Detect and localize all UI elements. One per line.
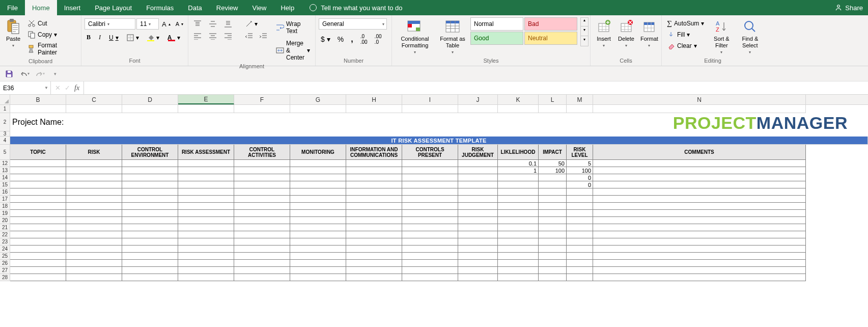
cell[interactable] [234,260,290,267]
row-header[interactable]: 18 [0,203,10,210]
cell[interactable]: 100 [567,167,593,174]
cell[interactable] [402,224,458,231]
cell[interactable] [567,131,593,137]
cell[interactable] [539,246,567,253]
cell[interactable] [593,160,806,167]
col-header-G[interactable]: G [290,95,346,104]
cell[interactable]: 0 [567,181,593,188]
cell[interactable] [593,196,806,203]
cell[interactable] [10,131,66,137]
cell[interactable] [234,210,290,217]
decrease-decimal-button[interactable]: .00.0 [373,33,384,46]
conditional-formatting-button[interactable]: Conditional Formatting▾ [395,17,435,57]
comma-button[interactable]: , [349,34,355,45]
format-painter-button[interactable]: Format Painter [25,41,78,57]
cell[interactable] [346,210,402,217]
cell[interactable] [122,160,178,167]
cell[interactable] [122,167,178,174]
cell[interactable] [346,274,402,281]
cell[interactable] [567,105,593,113]
cell[interactable]: 50 [539,160,567,167]
cell[interactable] [10,224,66,231]
accounting-button[interactable]: $▾ [319,34,332,44]
cell[interactable] [234,246,290,253]
cell[interactable] [567,253,593,260]
cell[interactable] [346,174,402,181]
table-header[interactable]: INFORMATION AND COMMUNICATIONS [346,145,402,160]
cell[interactable] [66,224,122,231]
merge-center-button[interactable]: Merge & Center ▾ [274,39,312,62]
cell[interactable] [498,203,539,210]
cell[interactable] [593,181,806,188]
copy-button[interactable]: Copy ▾ [25,30,78,40]
align-bottom-button[interactable] [222,19,234,29]
cell[interactable] [346,217,402,224]
cell[interactable] [234,131,290,137]
cell[interactable] [122,224,178,231]
cell[interactable] [402,181,458,188]
cell[interactable] [234,253,290,260]
row-header[interactable]: 12 [0,160,10,167]
cell[interactable] [567,260,593,267]
cell[interactable] [10,196,66,203]
cell[interactable] [178,238,234,246]
cell[interactable] [178,267,234,274]
cell[interactable] [539,181,567,188]
cell[interactable] [402,238,458,246]
tab-formulas[interactable]: Formulas [139,0,181,15]
cell[interactable] [290,224,346,231]
cell[interactable] [178,131,234,137]
cell[interactable] [346,224,402,231]
cell[interactable] [290,246,346,253]
cell[interactable] [593,267,806,274]
cell[interactable] [458,231,498,238]
cell[interactable] [346,181,402,188]
row-header[interactable]: 2 [0,113,10,131]
row-header[interactable]: 17 [0,196,10,203]
row-header[interactable]: 5 [0,145,10,160]
cell[interactable] [458,181,498,188]
cell[interactable] [458,174,498,181]
cell[interactable] [122,253,178,260]
cell[interactable] [234,181,290,188]
cell[interactable] [458,253,498,260]
align-top-button[interactable] [191,19,204,29]
row-header[interactable]: 3 [0,131,10,137]
cell[interactable] [498,105,539,113]
format-as-table-button[interactable]: Format as Table▾ [437,17,468,57]
row-header[interactable]: 16 [0,188,10,196]
cell[interactable] [567,231,593,238]
cell[interactable] [66,203,122,210]
cell[interactable] [178,231,234,238]
decrease-font-button[interactable]: A▾ [174,20,185,28]
cell[interactable] [10,217,66,224]
cell[interactable] [290,174,346,181]
cell[interactable] [234,188,290,196]
decrease-indent-button[interactable] [243,32,255,41]
cell[interactable] [539,105,567,113]
cell[interactable] [66,274,122,281]
share-button[interactable]: Share [830,0,868,15]
cell[interactable] [402,167,458,174]
cell[interactable] [234,267,290,274]
cell[interactable] [567,210,593,217]
col-header-K[interactable]: K [498,95,539,104]
template-title-banner[interactable]: IT RISK ASSESSMENT TEMPLATE [10,137,868,145]
cell[interactable] [402,253,458,260]
cell[interactable] [122,105,178,113]
cell[interactable] [567,196,593,203]
save-button[interactable] [4,69,14,79]
align-right-button[interactable] [222,32,234,41]
cell[interactable] [458,217,498,224]
align-middle-button[interactable] [207,19,219,29]
cell[interactable] [458,224,498,231]
name-box[interactable]: E36▼ [0,81,51,94]
cell[interactable] [346,267,402,274]
cell[interactable] [402,246,458,253]
cell[interactable] [346,238,402,246]
fill-color-button[interactable]: ▾ [145,33,161,42]
cell[interactable] [178,174,234,181]
cell[interactable] [122,174,178,181]
cell[interactable] [498,210,539,217]
col-header-E[interactable]: E [178,95,234,104]
